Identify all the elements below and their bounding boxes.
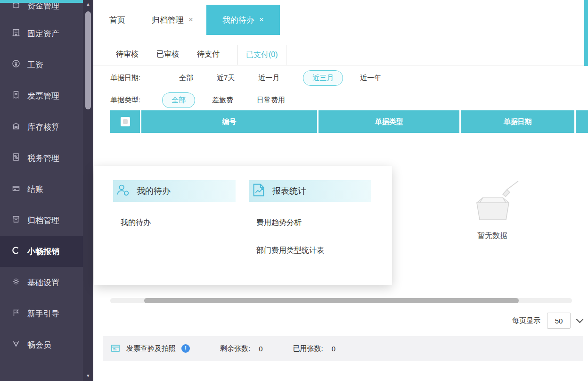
remaining-count-label: 剩余张数: [220,344,250,353]
empty-state: 暂无数据 [461,178,524,241]
report-chart-icon [251,182,267,200]
filter-type-travel[interactable]: 差旅费 [212,96,233,105]
sidebar-item-guide[interactable]: 新手引导 [0,298,83,329]
filter-date-1month[interactable]: 近一月 [258,74,279,83]
sidebar-item-label: 归档管理 [27,215,59,226]
sidebar: 资金管理 固定资产 工资 发票管理 库存核算 [0,0,83,381]
page-tabbar: 首页 归档管理 × 我的待办 × [93,0,588,43]
remaining-count-value: 0 [259,345,262,353]
sidebar-item-member[interactable]: 畅会员 [0,329,83,360]
sidebar-item-inventory[interactable]: 库存核算 [0,111,83,142]
filter-date-all[interactable]: 全部 [179,74,193,83]
sidebar-item-label: 小畅报销 [27,246,59,257]
horizontal-scrollbar[interactable] [110,298,572,303]
sidebar-item-label: 基础设置 [27,277,59,288]
guide-flag-icon [11,308,21,320]
filter-type-daily[interactable]: 日常费用 [257,96,285,105]
sidebar-item-funds[interactable]: 资金管理 [0,3,83,18]
table-header: 编号 单据类型 单据日期 [110,110,588,133]
popup-link-my-todo[interactable]: 我的待办 [121,218,236,228]
tab-label: 归档管理 [152,15,184,25]
column-header-date: 单据日期 [461,110,576,133]
page-size-select[interactable]: 50 [547,313,571,329]
tab-archive[interactable]: 归档管理 × [139,5,206,35]
sidebar-scrollbar[interactable]: ▲ ▼ [83,0,93,381]
horizontal-scrollbar-thumb[interactable] [144,298,519,303]
filter-type-all-selected[interactable]: 全部 [162,92,195,108]
fixed-assets-icon [11,28,21,40]
subtab-pending-payment[interactable]: 待支付 [197,50,220,59]
subtab-paid[interactable]: 已支付(0) [237,45,286,65]
info-icon[interactable]: ! [181,344,190,353]
sidebar-item-invoice[interactable]: 发票管理 [0,80,83,111]
tab-label: 首页 [109,15,125,25]
tab-label: 我的待办 [222,15,254,25]
invoice-icon [11,90,21,102]
pagination-row: 每页显示 50 [93,307,588,334]
select-all-checkbox[interactable] [121,117,130,126]
sidebar-item-fixed-assets[interactable]: 固定资产 [0,18,83,49]
filter-type-options: 全部 差旅费 日常费用 [162,92,309,108]
popup-link-dept-expense-stats[interactable]: 部门费用类型统计表 [256,246,371,256]
popup-section-title: 我的待办 [137,185,171,197]
sidebar-item-tax[interactable]: 税务管理 [0,142,83,174]
sidebar-scrollbar-thumb[interactable] [85,11,91,109]
sidebar-item-label: 税务管理 [27,153,59,164]
settings-gear-icon [11,277,21,289]
popup-section-header: 报表统计 [249,180,371,202]
main-scrollbar-thumb[interactable] [584,0,588,66]
used-count-value: 0 [332,345,335,353]
filter-date-1year[interactable]: 近一年 [360,74,381,83]
filter-type-label: 单据类型: [110,96,160,105]
sidebar-item-label: 资金管理 [27,3,59,11]
sidebar-item-label: 结账 [27,184,43,195]
sidebar-item-closing[interactable]: 结账 [0,174,83,205]
sidebar-item-label: 畅会员 [27,340,51,350]
subtab-pending-review[interactable]: 待审核 [116,50,139,59]
chevron-down-icon[interactable] [576,315,584,323]
page-size-label: 每页显示 [512,316,540,325]
funds-icon [11,3,21,12]
salary-icon [11,59,21,71]
popup-section-reports: 报表统计 费用趋势分析 部门费用类型统计表 [249,180,371,285]
filter-date-3months-selected[interactable]: 近三月 [303,70,343,86]
archive-icon [11,215,21,226]
app-root: 资金管理 固定资产 工资 发票管理 库存核算 [0,0,588,381]
sidebar-item-label: 工资 [27,59,43,70]
scroll-down-icon[interactable]: ▼ [86,372,90,380]
member-icon [11,339,21,351]
tab-my-todo[interactable]: 我的待办 × [206,5,280,35]
invoice-footer-bar: 发票查验及拍照 ! 剩余张数: 0 已用张数: 0 [103,336,583,361]
status-subtabs: 待审核 已审核 待支付 已支付(0) [93,43,588,66]
close-icon[interactable]: × [259,15,264,25]
popup-section-todo: 我的待办 我的待办 [113,180,236,285]
empty-box-icon [461,178,524,225]
sidebar-item-label: 固定资产 [27,28,59,39]
filter-date-7days[interactable]: 近7天 [217,74,235,83]
popup-section-title: 报表统计 [272,185,306,197]
invoice-check-label[interactable]: 发票查验及拍照 [126,344,176,353]
filter-row-date: 单据日期: 全部 近7天 近一月 近三月 近一年 [93,66,588,90]
popup-link-expense-trend[interactable]: 费用趋势分析 [256,218,371,228]
empty-text: 暂无数据 [461,231,524,241]
sidebar-item-settings[interactable]: 基础设置 [0,267,83,298]
column-header-type: 单据类型 [318,110,461,133]
sidebar-item-label: 发票管理 [27,91,59,101]
scroll-up-icon[interactable]: ▲ [86,0,90,8]
sidebar-item-archive[interactable]: 归档管理 [0,205,83,236]
column-header-partial [576,110,588,133]
sidebar-item-label: 库存核算 [27,122,59,133]
invoice-scan-icon [110,343,121,355]
subtab-reviewed[interactable]: 已审核 [156,50,179,59]
popup-section-header: 我的待办 [113,180,236,202]
sidebar-item-reimburse[interactable]: 小畅报销 [0,236,83,267]
inventory-icon [11,121,21,133]
sidebar-item-salary[interactable]: 工资 [0,49,83,80]
tab-home[interactable]: 首页 [96,5,139,35]
filter-row-type: 单据类型: 全部 差旅费 日常费用 [93,90,588,110]
used-count-label: 已用张数: [293,344,323,353]
todo-user-icon [115,182,131,200]
close-icon[interactable]: × [188,15,193,25]
column-header-number: 编号 [141,110,318,133]
todo-report-popup: 我的待办 我的待办 报表统计 费用趋势分析 部门费用类型统计表 [94,166,392,285]
